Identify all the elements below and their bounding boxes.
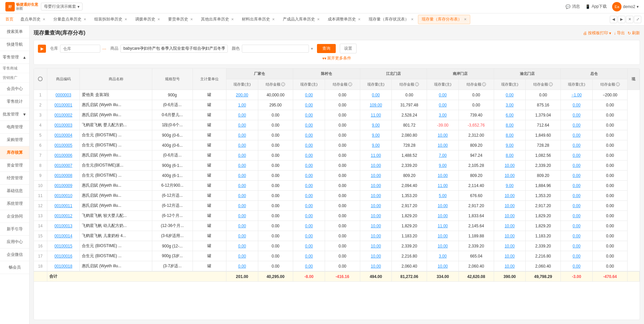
row-chencun-qty: 0.00	[293, 90, 325, 100]
row-total-amt: 0.00	[592, 261, 628, 272]
nav-tabs: 首页 盘点单历史✕ 分量盘点单历史✕ 组装拆卸单历史✕ 调拨单历史✕ 要货单历史…	[0, 13, 644, 26]
row-code: 00100007	[47, 160, 80, 171]
info-icon-2[interactable]: ⓘ	[348, 82, 352, 86]
sidebar-item-quick-nav[interactable]: 快捷导航	[0, 38, 29, 51]
refresh-btn[interactable]: ↻ 刷新	[628, 30, 640, 36]
row-jiangbei-qty: 10.00	[360, 241, 392, 251]
sidebar-item-vip[interactable]: 畅会员	[0, 261, 29, 274]
app-download-btn[interactable]: 📱 App下载	[585, 4, 607, 9]
sidebar-item-member[interactable]: 会员中心	[0, 83, 29, 95]
expand-arrow-btn[interactable]: ▶	[38, 45, 46, 53]
nav-close-all[interactable]: ✕	[626, 16, 633, 23]
close-icon[interactable]: ✕	[317, 17, 320, 21]
message-btn[interactable]: 💬 消息	[566, 4, 580, 9]
warehouse-input[interactable]	[60, 45, 100, 53]
nav-home[interactable]: 首页	[3, 16, 16, 22]
info-icon-5[interactable]: ⓘ	[549, 82, 553, 86]
close-icon[interactable]: ✕	[464, 17, 467, 21]
chevron-down-icon: ▼	[22, 112, 26, 117]
sidebar-item-marketing[interactable]: 营销推广	[0, 73, 29, 83]
close-icon[interactable]: ✕	[43, 17, 45, 21]
sidebar-item-newbie[interactable]: 新手引导	[0, 223, 29, 236]
color-input[interactable]	[242, 45, 309, 53]
row-index: 18	[34, 261, 47, 272]
row-total-amt: −200.00	[592, 90, 628, 100]
print-btn[interactable]: 🖨 按模板打印 ▾	[583, 30, 611, 36]
row-index: 14	[34, 221, 47, 231]
close-icon[interactable]: ✕	[358, 17, 361, 21]
user-area[interactable]: Ea demo2 ▾	[612, 2, 639, 11]
footer-val-10: -3.00	[561, 271, 593, 282]
nav-expand[interactable]: ⤢	[634, 16, 641, 23]
sidebar-item-operations[interactable]: 经营管理	[0, 172, 29, 185]
row-unit: 罐	[193, 251, 226, 261]
sidebar-item-system[interactable]: 系统管理	[0, 197, 29, 210]
close-icon[interactable]: ✕	[190, 17, 193, 21]
nav-next-arrow[interactable]: ▶	[618, 16, 625, 23]
row-chencun-qty: 0.00	[293, 110, 325, 120]
sidebar-item-wecom[interactable]: 企业微信	[0, 248, 29, 261]
row-jiangbei-qty: 10.00	[360, 251, 392, 261]
settings-button[interactable]: 设置	[340, 44, 357, 53]
table-footer-row: 合计201.0040,295.00-8.00-416.16494.0081,27…	[34, 271, 640, 282]
sidebar-item-basic-info[interactable]: 基础信息	[0, 185, 29, 197]
row-nanan-qty: 10.00	[427, 171, 459, 181]
sidebar-item-collab[interactable]: 企业协同	[0, 210, 29, 223]
row-total-amt: 0.00	[592, 201, 628, 211]
account-selector[interactable]: 母婴行业演示账套 ▾	[41, 3, 83, 10]
nav-tab-5[interactable]: 其他出库单历史✕	[197, 15, 237, 24]
close-icon[interactable]: ✕	[231, 17, 234, 21]
refresh-icon: ↻	[628, 31, 631, 36]
sidebar-item-purchase[interactable]: 采购管理	[0, 134, 29, 146]
color-field: 颜色 ▾	[232, 45, 313, 53]
row-index: 9	[34, 171, 47, 181]
row-nanan-amt: -3,652.76	[459, 120, 494, 130]
nav-tab-3[interactable]: 调拨单历史✕	[131, 15, 164, 24]
nav-tab-8[interactable]: 成本调整单历史✕	[324, 15, 364, 24]
nav-tab-7[interactable]: 产成品入库单历史✕	[279, 15, 323, 24]
sidebar-item-finance[interactable]: 资金管理	[0, 159, 29, 172]
nav-tab-4[interactable]: 要货单历史✕	[164, 15, 197, 24]
row-nanan-amt: 2,917.20	[459, 201, 494, 211]
sidebar-item-app-center[interactable]: 应用中心	[0, 236, 29, 248]
close-icon[interactable]: ✕	[157, 17, 160, 21]
nav-tab-1[interactable]: 分量盘点单历史✕	[50, 15, 90, 24]
export-btn[interactable]: ↓ 导出	[614, 30, 625, 36]
sidebar-item-search-hero[interactable]: 搜索英单	[0, 26, 29, 38]
nav-tab-2[interactable]: 组装拆卸单历史✕	[91, 15, 131, 24]
table-row: 1800100018惠氏启賦 (Wyeth illu...(3-7岁适...罐0…	[34, 261, 640, 272]
sidebar-item-inventory[interactable]: 库存核算	[0, 146, 29, 159]
row-jiangbei-amt: 2,094.40	[392, 181, 427, 191]
warehouse-dots[interactable]: ···	[102, 46, 106, 51]
close-icon[interactable]: ✕	[124, 17, 127, 21]
row-factory-qty: 200.00	[226, 90, 258, 100]
row-factory-qty: 0.00	[226, 221, 258, 231]
expand-more-btn[interactable]: ▾▾ 展开更多条件	[322, 55, 351, 61]
sidebar-item-retail-stats[interactable]: 零售统计	[0, 95, 29, 108]
settings-icon[interactable]	[38, 77, 43, 81]
nav-tab-9[interactable]: 现存量（库存状况表）✕	[365, 15, 417, 24]
close-icon[interactable]: ✕	[84, 17, 86, 21]
sidebar-item-wholesale[interactable]: 批发管理▼	[0, 108, 29, 121]
table-row: 200100001惠氏启賦 (Wyeth illu...(0-6月适...罐1.…	[34, 100, 640, 110]
sidebar-item-retail-mall[interactable]: 零售商城	[0, 64, 29, 73]
info-icon-6[interactable]: ⓘ	[616, 82, 620, 86]
close-icon[interactable]: ✕	[411, 17, 414, 21]
nav-tab-6[interactable]: 材料出库单历史✕	[238, 15, 278, 24]
row-factory-amt: 0.00	[258, 110, 293, 120]
sidebar-item-retail-mgmt[interactable]: 零售管理▲	[0, 51, 29, 64]
row-factory-qty: 0.00	[226, 191, 258, 201]
goods-input[interactable]	[120, 45, 228, 53]
nav-tab-active[interactable]: 现存量（库存分布表）✕	[418, 15, 470, 24]
sidebar-item-ecommerce[interactable]: 电商管理	[0, 121, 29, 134]
col-spec-header: 规格型号	[152, 68, 193, 90]
nav-prev-arrow[interactable]: ◀	[610, 16, 617, 23]
info-icon-1[interactable]: ⓘ	[281, 82, 285, 86]
search-button[interactable]: 查询	[317, 44, 336, 53]
nav-tab-0[interactable]: 盘点单历史✕	[17, 15, 49, 24]
info-icon-4[interactable]: ⓘ	[482, 82, 486, 86]
info-icon-3[interactable]: ⓘ	[415, 82, 419, 86]
close-icon[interactable]: ✕	[272, 17, 275, 21]
row-name: 合生元 (BIOSTIME) ...	[80, 241, 152, 251]
download-icon: 📱	[585, 4, 590, 9]
